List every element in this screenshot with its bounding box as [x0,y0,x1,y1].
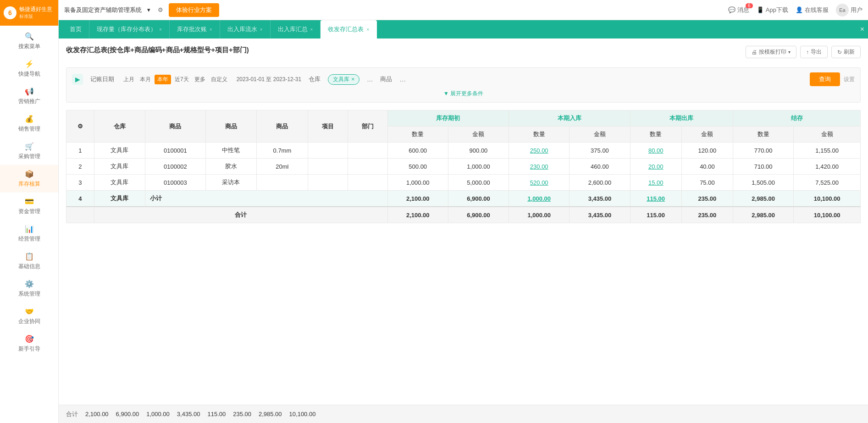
export-button[interactable]: ↑ 导出 [800,46,828,58]
sidebar-item-guide[interactable]: 🎯新手引导 [0,330,58,357]
refresh-label: 刷新 [844,48,855,56]
sub-open-amt: 金额 [448,126,509,143]
date-btn-本年[interactable]: 本年 [155,75,171,84]
row-open-amt: 900.00 [448,143,509,159]
row-in-qty[interactable]: 230.00 [509,159,569,175]
warehouse-tag[interactable]: 文具库 × [328,74,359,85]
tab-inventory_dist[interactable]: 现存量（库存分布表）× [89,20,170,38]
sidebar-item-system[interactable]: ⚙️系统管理 [0,275,58,302]
sidebar-icon-sales: 💰 [25,115,34,123]
tab-inout_flow[interactable]: 出入库流水× [220,20,271,38]
sidebar-label-operations: 经营管理 [18,235,40,243]
row-open-qty: 600.00 [387,143,448,159]
bottom-out-qty: 115.00 [207,411,226,418]
col-out-header: 本期出库 [630,110,733,126]
tab-close-batch_account[interactable]: × [210,27,212,32]
row-project [308,143,348,159]
bottom-open-qty: 2,100.00 [85,411,109,418]
row-out-amt: 120.00 [681,143,733,159]
row-dept [348,159,387,175]
sub-out-amt: 235.00 [681,191,733,207]
sidebar-item-search[interactable]: 🔍搜索菜单 [0,27,58,55]
row-in-qty[interactable]: 520.00 [509,175,569,191]
row-close-qty: 1,505.00 [733,175,794,191]
row-open-qty: 500.00 [387,159,448,175]
warehouse-ellipsis[interactable]: ... [367,75,373,83]
sidebar-item-operations[interactable]: 📊经营管理 [0,220,58,247]
tab-close-inventory_dist[interactable]: × [159,27,162,32]
filter-settings-button[interactable]: 设置 [844,72,855,86]
sidebar-icon-quick_nav: ⚡ [25,60,34,68]
row-no: 1 [66,143,94,159]
sidebar-item-basic[interactable]: 📋基础信息 [0,247,58,275]
sidebar-label-cooperation: 企业协同 [18,318,40,325]
bottom-in-qty: 1,000.00 [146,411,170,418]
sidebar-icon-search: 🔍 [25,32,34,41]
date-btn-本月[interactable]: 本月 [138,75,153,84]
row-in-qty[interactable]: 250.00 [509,143,569,159]
refresh-button[interactable]: ↻ 刷新 [831,46,861,58]
logo-sub: 标准版 [19,13,52,20]
system-dropdown[interactable]: ▾ [147,6,150,13]
total-close-qty: 2,985.00 [733,207,794,223]
print-chevron-icon: ▾ [788,49,791,55]
sidebar-label-inventory: 库存核算 [18,180,40,188]
tab-inout_summary[interactable]: 出入库汇总× [271,20,321,38]
sub-out-qty: 数量 [630,126,681,143]
filter-toggle-button[interactable]: ▶ [72,74,83,85]
sidebar-item-sales[interactable]: 💰销售管理 [0,110,58,137]
tab-close-receive_summary[interactable]: × [366,27,369,32]
trial-button[interactable]: 体验行业方案 [169,3,219,17]
sidebar-item-inventory[interactable]: 📦库存核算 [0,165,58,192]
sidebar-item-marketing[interactable]: 📢营销推广 [0,82,58,110]
sidebar-icon-finance: 💳 [25,197,34,206]
topbar-settings-icon[interactable]: ⚙ [158,6,163,13]
message-count: 6 [746,3,753,8]
sidebar-label-purchase: 采购管理 [18,153,40,160]
row-out-qty[interactable]: 15.00 [630,175,681,191]
sidebar-item-finance[interactable]: 💳资金管理 [0,192,58,220]
date-btn-上月[interactable]: 上月 [122,75,136,84]
col-dept-header: 部门 [348,110,387,143]
tab-close-inout_flow[interactable]: × [260,27,263,32]
tab-label-inout_flow: 出入库流水 [227,25,257,33]
topbar: 装备及固定资产辅助管理系统 ▾ ⚙ 体验行业方案 💬 消息 6 📱 App下载 … [59,0,868,20]
sidebar-label-quick_nav: 快捷导航 [18,70,40,78]
sub-in-qty: 数量 [509,126,569,143]
logo-title: 畅捷通好生意 [19,6,52,13]
expand-button[interactable]: ▼ 展开更多条件 [443,90,483,98]
print-label: 按模板打印 [759,48,786,56]
user-menu[interactable]: Ea 用户 [836,4,862,16]
tab-close-inout_summary[interactable]: × [310,27,313,32]
date-btn-更多[interactable]: 更多 [193,75,207,84]
goods-filter-label: 商品 [380,75,392,83]
tab-home[interactable]: 首页 [62,20,89,38]
tab-receive_summary[interactable]: 收发存汇总表× [321,20,377,38]
print-button[interactable]: 🖨 按模板打印 ▾ [746,46,796,58]
row-out-qty[interactable]: 80.00 [630,143,681,159]
sidebar-icon-cooperation: 🤝 [25,307,34,316]
online-service[interactable]: 👤 在线客服 [796,6,829,14]
sidebar-item-quick_nav[interactable]: ⚡快捷导航 [0,55,58,82]
row-warehouse: 文具库 [94,143,145,159]
sidebar-item-purchase[interactable]: 🛒采购管理 [0,137,58,165]
warehouse-tag-close-icon[interactable]: × [351,76,354,82]
message-badge[interactable]: 💬 消息 6 [728,6,749,14]
date-range-text: 2023-01-01 至 2023-12-31 [237,76,301,83]
query-button[interactable]: 查询 [810,72,840,86]
row-close-amt: 7,525.00 [794,175,861,191]
row-out-qty[interactable]: 20.00 [630,159,681,175]
col-settings[interactable]: ⚙ [66,110,94,143]
tabbar-close-all[interactable]: × [860,25,864,33]
date-btn-custom[interactable]: 自定义 [209,75,229,84]
app-download[interactable]: 📱 App下载 [757,6,788,14]
filter-row-1: ▶ 记账日期 上月本月本年近7天更多自定义 2023-01-01 至 2023-… [72,72,855,86]
date-btn-近7天[interactable]: 近7天 [173,75,191,84]
tab-batch_account[interactable]: 库存批次账× [170,20,220,38]
sidebar-item-cooperation[interactable]: 🤝企业协同 [0,302,58,330]
user-label: 用户 [851,6,862,14]
system-title: 装备及固定资产辅助管理系统 [64,6,142,14]
total-out-amt: 235.00 [681,207,733,223]
goods-ellipsis[interactable]: ... [399,75,405,83]
data-table: ⚙ 仓库 商品 商品 商品 项目 部门 库存期初 本期入库 本期出库 结存 数量… [66,110,861,223]
